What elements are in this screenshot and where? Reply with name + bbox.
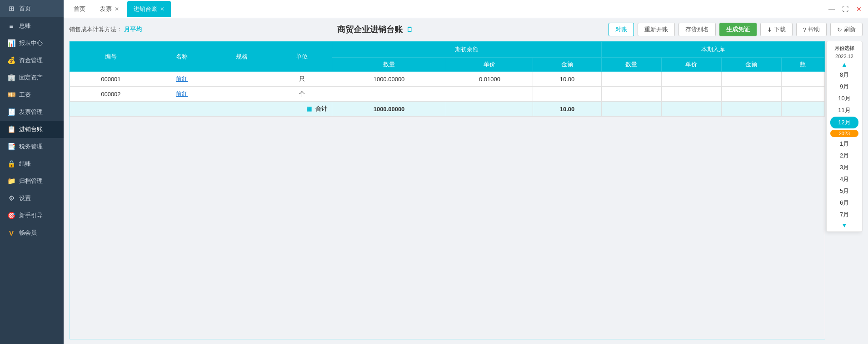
month-item-8[interactable]: 8月 (827, 69, 862, 81)
col-unit: 单位 (272, 42, 332, 72)
cost-method-label: 销售成本计算方法： (69, 26, 122, 33)
month-item-1[interactable]: 1月 (827, 138, 862, 150)
cell-unit: 只 (272, 72, 332, 87)
sidebar-item-label: 固定资产 (19, 74, 43, 82)
month-panel-year-2022: 2022.12 (835, 53, 853, 60)
cell-spec (212, 87, 272, 102)
cell-open-amount (533, 87, 601, 102)
sidebar-item-guide[interactable]: 🎯 新手引导 (0, 207, 64, 224)
maximize-button[interactable]: ⛶ (840, 4, 851, 15)
sidebar-item-invoice-mgmt[interactable]: 🧾 发票管理 (0, 103, 64, 121)
col-group-opening: 期初余额 (332, 42, 601, 58)
cell-open-qty: 1000.00000 (332, 72, 446, 87)
sidebar-item-label: 首页 (19, 5, 31, 13)
purchase-sale-table: 编号 名称 规格 单位 期初余额 本期入库 数量 单价 金额 数量 (70, 41, 825, 117)
ledger-icon: ≡ (7, 22, 15, 30)
sidebar-item-home[interactable]: ⊞ 首页 (0, 0, 64, 17)
sidebar-item-label: 总账 (19, 22, 31, 30)
sidebar-item-label: 税务管理 (19, 143, 43, 151)
col-extra: 数 (781, 58, 824, 72)
sidebar-item-ledger[interactable]: ≡ 总账 (0, 17, 64, 34)
sidebar-item-label: 设置 (19, 194, 31, 202)
total-label: ▦ 合计 (70, 102, 332, 117)
sidebar-item-label: 进销台账 (19, 125, 43, 133)
sidebar-item-salary[interactable]: 💴 工资 (0, 86, 64, 103)
settings-icon: ⚙ (7, 194, 15, 202)
col-spec: 规格 (212, 42, 272, 72)
sidebar-item-vip[interactable]: V 畅会员 (0, 224, 64, 241)
sidebar-item-label: 报表中心 (19, 39, 43, 47)
cell-in-amount (721, 72, 781, 87)
tab-invoice[interactable]: 发票 ✕ (94, 1, 125, 17)
col-id: 编号 (70, 42, 152, 72)
refresh-button[interactable]: ↻ 刷新 (830, 23, 863, 36)
col-group-current-in: 本期入库 (601, 42, 824, 58)
month-item-4[interactable]: 4月 (827, 173, 862, 185)
sidebar-item-close-account[interactable]: 🔒 结账 (0, 155, 64, 172)
reopen-button[interactable]: 重新开账 (638, 23, 675, 36)
month-item-9[interactable]: 9月 (827, 81, 862, 93)
sidebar-item-label: 结账 (19, 160, 31, 168)
archive-icon: 📁 (7, 177, 15, 185)
month-item-6[interactable]: 6月 (827, 197, 862, 209)
close-window-button[interactable]: ✕ (853, 4, 864, 15)
month-item-3[interactable]: 3月 (827, 162, 862, 173)
expand-icon: ▦ (306, 105, 312, 112)
minimize-button[interactable]: — (826, 4, 837, 15)
month-scroll-down[interactable]: ▼ (839, 221, 850, 230)
cell-open-qty (332, 87, 446, 102)
col-open-price: 单价 (446, 58, 533, 72)
cost-method-value: 月平均 (124, 26, 142, 33)
sidebar-item-purchase-sale[interactable]: 📋 进销台账 (0, 121, 64, 138)
month-item-7[interactable]: 7月 (827, 209, 862, 221)
month-item-5[interactable]: 5月 (827, 185, 862, 197)
sidebar-item-archive[interactable]: 📁 归档管理 (0, 172, 64, 190)
sidebar-item-tax[interactable]: 📑 税务管理 (0, 138, 64, 155)
cell-in-price (661, 72, 721, 87)
col-in-amount: 金额 (721, 58, 781, 72)
total-in-amount (721, 102, 781, 117)
month-item-11[interactable]: 11月 (827, 104, 862, 116)
month-item-2[interactable]: 2月 (827, 150, 862, 162)
generate-voucher-button[interactable]: 生成凭证 (719, 23, 757, 36)
download-button[interactable]: ⬇ 下载 (760, 23, 793, 36)
assets-icon: 🏢 (7, 74, 15, 82)
cell-in-amount (721, 87, 781, 102)
save-alias-button[interactable]: 存货别名 (678, 23, 716, 36)
tab-purchase-sale-close[interactable]: ✕ (160, 6, 165, 12)
total-open-amount: 10.00 (533, 102, 601, 117)
reconcile-button[interactable]: 对账 (609, 23, 634, 36)
sidebar-item-assets[interactable]: 🏢 固定资产 (0, 69, 64, 86)
month-item-10[interactable]: 10月 (827, 93, 862, 104)
action-buttons: 对账 重新开账 存货别名 生成凭证 ⬇ 下载 ? 帮助 ↻ 刷新 (609, 23, 863, 36)
cell-name: 前红 (152, 72, 212, 87)
help-button[interactable]: ? 帮助 (796, 23, 827, 36)
sidebar-item-label: 工资 (19, 91, 31, 99)
sidebar-item-label: 资金管理 (19, 56, 43, 64)
window-controls: — ⛶ ✕ (826, 4, 864, 15)
month-item-12[interactable]: 12月 (830, 117, 858, 128)
month-panel-title: 月份选择 (834, 43, 854, 53)
tab-home[interactable]: 首页 (67, 1, 92, 17)
cell-id: 000001 (70, 72, 152, 87)
total-extra (781, 102, 824, 117)
sidebar-item-finance[interactable]: 💰 资金管理 (0, 52, 64, 69)
cell-extra (781, 87, 824, 102)
cell-in-qty (601, 87, 661, 102)
tab-purchase-sale[interactable]: 进销台账 ✕ (127, 1, 171, 17)
total-in-price (661, 102, 721, 117)
content-area: 销售成本计算方法： 月平均 商贸企业进销台账 🗒 对账 重新开账 存货别名 生成… (64, 18, 868, 344)
cell-name: 前红 (152, 87, 212, 102)
close-account-icon: 🔒 (7, 160, 15, 168)
tax-icon: 📑 (7, 143, 15, 151)
cell-in-price (661, 87, 721, 102)
tab-invoice-close[interactable]: ✕ (115, 6, 119, 12)
month-scroll-up[interactable]: ▲ (839, 60, 850, 69)
sidebar-item-reports[interactable]: 📊 报表中心 (0, 34, 64, 52)
sidebar-item-settings[interactable]: ⚙ 设置 (0, 190, 64, 207)
col-in-price: 单价 (661, 58, 721, 72)
help-icon: ? (803, 26, 806, 33)
cost-method: 销售成本计算方法： 月平均 (69, 25, 142, 34)
invoice-mgmt-icon: 🧾 (7, 108, 15, 116)
info-icon: 🗒 (406, 26, 413, 33)
